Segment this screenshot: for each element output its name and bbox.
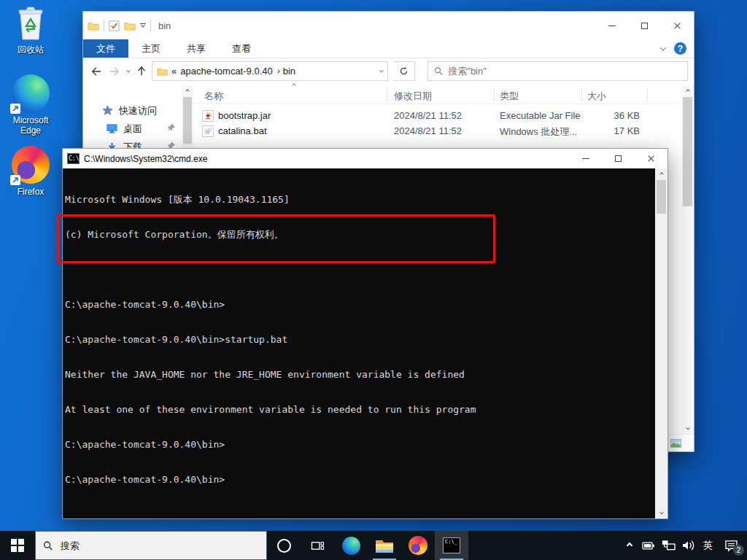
close-button[interactable] (635, 149, 667, 168)
network-button[interactable] (659, 531, 678, 560)
explorer-search[interactable] (427, 61, 688, 81)
column-header-type[interactable]: 类型 (500, 90, 519, 103)
cmd-line-error: At least one of these environment variab… (65, 404, 655, 416)
tab-share[interactable]: 共享 (174, 39, 219, 58)
cmd-titlebar[interactable]: C:\ C:\Windows\System32\cmd.exe (63, 149, 667, 168)
taskbar-search[interactable] (35, 531, 267, 560)
volume-button[interactable] (678, 531, 698, 560)
tab-file[interactable]: 文件 (83, 39, 128, 58)
pin-icon (167, 123, 176, 132)
volume-icon (682, 540, 695, 551)
minimize-button[interactable] (595, 12, 628, 39)
column-header-modified[interactable]: 修改日期 (394, 90, 432, 103)
cmd-line: C:\apache-tomcat-9.0.40\bin>startup.bat (65, 334, 655, 346)
breadcrumb-prefix[interactable]: « (171, 66, 177, 77)
ribbon-expand-icon[interactable] (660, 44, 666, 50)
file-row-bootstrap[interactable]: bootstrap.jar 2024/8/21 11:52 Executable… (193, 109, 681, 124)
sidebar-item-quick-access[interactable]: 快速访问 (83, 101, 182, 120)
minimize-button[interactable] (569, 149, 602, 168)
cmd-line-error: Neither the JAVA_HOME nor the JRE_HOME e… (65, 369, 655, 381)
close-button[interactable] (661, 12, 694, 39)
cortana-button[interactable] (267, 531, 301, 560)
shortcut-arrow-icon (10, 104, 20, 114)
sidebar-item-desktop[interactable]: 桌面 (83, 120, 182, 138)
explorer-search-input[interactable] (448, 66, 681, 77)
scroll-up-icon[interactable] (185, 89, 190, 93)
file-modified: 2024/8/21 11:52 (394, 110, 462, 121)
taskbar-edge-button[interactable] (334, 531, 368, 560)
taskbar-search-input[interactable] (61, 540, 259, 551)
column-header-name[interactable]: 名称 (204, 90, 223, 103)
separator (104, 20, 104, 31)
cmd-window: C:\ C:\Windows\System32\cmd.exe Microsof… (62, 148, 668, 519)
file-size: 36 KB (587, 110, 640, 121)
list-scrollbar[interactable] (681, 85, 694, 434)
task-view-button[interactable] (301, 531, 334, 560)
cmd-line: C:\apache-tomcat-9.0.40\bin> (65, 299, 655, 311)
cmd-title: C:\Windows\System32\cmd.exe (84, 154, 207, 164)
scroll-up-icon[interactable] (686, 89, 690, 93)
sidebar-item-label: 桌面 (123, 122, 142, 136)
firefox-icon (409, 536, 427, 555)
taskbar-cmd-button[interactable]: C:\_ (435, 531, 468, 560)
search-icon (434, 66, 443, 76)
scroll-up-icon[interactable] (659, 172, 664, 176)
action-center-button[interactable]: 2 (718, 531, 744, 560)
taskbar: C:\_ 英 2 (0, 531, 747, 560)
scroll-down-icon[interactable] (686, 425, 690, 429)
help-icon[interactable]: ? (674, 42, 686, 55)
battery-button[interactable] (639, 531, 659, 560)
cmd-icon: C:\_ (443, 537, 460, 553)
refresh-button[interactable] (393, 61, 415, 81)
sort-ascending-icon (292, 83, 296, 88)
bat-file-icon (202, 125, 214, 137)
qat-folder-icon[interactable] (124, 21, 136, 31)
taskbar-explorer-button[interactable] (368, 531, 401, 560)
desktop: 回收站 Microsoft Edge Firefox (0, 0, 747, 560)
up-icon[interactable] (136, 66, 147, 77)
file-type: Windows 批处理... (500, 125, 577, 139)
file-explorer-icon (375, 538, 394, 553)
thumbnail-view-button[interactable] (667, 437, 684, 450)
cmd-scrollbar[interactable] (655, 168, 667, 518)
refresh-icon (399, 66, 409, 76)
explorer-titlebar[interactable]: bin (83, 12, 694, 39)
cmd-line-prompt: C:\apache-tomcat-9.0.40\bin> (65, 474, 655, 486)
maximize-icon (641, 23, 648, 29)
back-icon[interactable] (90, 66, 102, 77)
qat-check-icon[interactable] (109, 20, 120, 31)
sidebar-item-label: 快速访问 (119, 104, 157, 117)
ime-indicator[interactable]: 英 (698, 531, 718, 560)
ribbon-tabs: 文件 主页 共享 查看 ? (83, 39, 694, 58)
forward-icon[interactable] (109, 66, 120, 77)
tray-expand-button[interactable] (619, 531, 639, 560)
tab-view[interactable]: 查看 (219, 39, 264, 58)
desktop-icon-recycle-bin[interactable]: 回收站 (4, 6, 57, 56)
column-header-size[interactable]: 大小 (587, 90, 606, 103)
taskbar-firefox-button[interactable] (401, 531, 435, 560)
maximize-button[interactable] (602, 149, 635, 168)
scrollbar-thumb[interactable] (657, 180, 666, 214)
maximize-icon (615, 155, 622, 162)
breadcrumb-current[interactable]: bin (283, 66, 295, 77)
scrollbar-thumb[interactable] (183, 97, 192, 144)
breadcrumb-separator-icon (276, 69, 280, 74)
search-icon (43, 540, 53, 551)
desktop-icon-edge[interactable]: Microsoft Edge (4, 74, 57, 136)
address-dropdown-icon[interactable] (379, 68, 384, 72)
tab-home[interactable]: 主页 (128, 39, 174, 58)
maximize-button[interactable] (628, 12, 661, 39)
minimize-icon (608, 26, 616, 26)
file-row-catalina[interactable]: catalina.bat 2024/8/21 11:52 Windows 批处理… (193, 124, 681, 139)
breadcrumb-folder[interactable]: apache-tomcat-9.0.40 (180, 66, 272, 77)
file-name[interactable]: catalina.bat (218, 125, 267, 136)
desktop-icon-firefox[interactable]: Firefox (4, 146, 57, 197)
start-button[interactable] (0, 531, 35, 560)
file-name[interactable]: bootstrap.jar (218, 110, 271, 121)
address-box[interactable]: « apache-tomcat-9.0.40 bin (152, 61, 388, 81)
recent-locations-icon[interactable] (126, 68, 131, 72)
qat-customize-icon[interactable] (140, 23, 146, 28)
annotation-red-box (57, 214, 495, 263)
scrollbar-thumb[interactable] (683, 97, 692, 206)
scroll-down-icon[interactable] (659, 510, 664, 514)
